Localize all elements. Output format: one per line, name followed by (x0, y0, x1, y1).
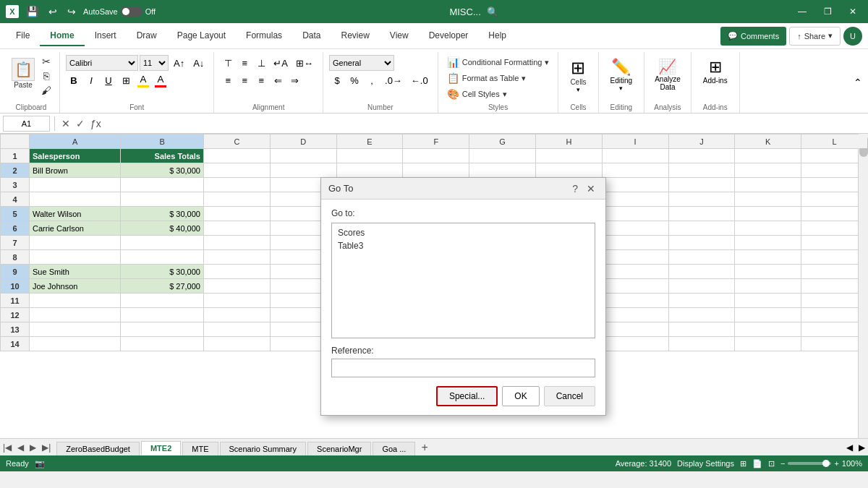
tab-file[interactable]: File (6, 26, 40, 46)
cell[interactable] (668, 279, 735, 294)
cell-styles-button[interactable]: 🎨 Cell Styles ▾ (444, 87, 553, 101)
maximize-btn[interactable]: ❐ (818, 4, 838, 20)
tab-data[interactable]: Data (292, 26, 331, 46)
insert-function-btn[interactable]: ƒx (88, 118, 103, 129)
cell[interactable]: $ 40,000 (121, 221, 204, 236)
col-header-i[interactable]: I (602, 134, 668, 149)
cell[interactable] (668, 265, 735, 279)
cell[interactable] (735, 337, 801, 351)
col-header-g[interactable]: G (469, 134, 536, 149)
cell[interactable] (203, 207, 270, 221)
sheet-tab[interactable]: ScenarioMgr (307, 442, 371, 455)
cell[interactable] (336, 149, 403, 163)
ribbon-collapse[interactable]: ⌃ (851, 52, 865, 113)
paste-button[interactable]: 📋 Paste (9, 55, 38, 92)
cell[interactable] (30, 192, 121, 207)
comments-button[interactable]: 💬 Comments (720, 27, 786, 46)
row-number[interactable]: 5 (1, 207, 30, 221)
cell[interactable] (602, 294, 668, 308)
listbox-item[interactable]: Scores (335, 226, 592, 239)
sheet-tab[interactable]: MTE2 (141, 441, 181, 455)
cell[interactable] (668, 250, 735, 265)
row-number[interactable]: 10 (1, 279, 30, 294)
cell[interactable]: Salesperson (30, 149, 121, 163)
cell[interactable] (602, 149, 668, 163)
cell[interactable] (668, 337, 735, 351)
cell[interactable]: Sales Totals (121, 149, 204, 163)
cell[interactable] (735, 236, 801, 250)
col-header-j[interactable]: J (668, 134, 735, 149)
cell[interactable]: Joe Johnson (30, 279, 121, 294)
cell[interactable] (668, 178, 735, 192)
qs-undo-btn[interactable]: ↩ (46, 4, 60, 19)
go-to-listbox[interactable]: ScoresTable3 (331, 223, 595, 338)
cell[interactable]: $ 30,000 (121, 265, 204, 279)
cell[interactable] (602, 265, 668, 279)
cell[interactable] (602, 178, 668, 192)
cell[interactable] (30, 308, 121, 322)
cell[interactable] (735, 149, 801, 163)
tab-help[interactable]: Help (478, 26, 516, 46)
col-header-c[interactable]: C (203, 134, 270, 149)
cell[interactable] (203, 178, 270, 192)
col-header-l[interactable]: L (801, 134, 868, 149)
collapse-ribbon-btn[interactable]: ⌃ (854, 77, 862, 88)
align-top-btn[interactable]: ⊤ (220, 55, 236, 71)
cell[interactable] (203, 192, 270, 207)
display-settings[interactable]: Display Settings (677, 459, 734, 468)
cell[interactable] (270, 149, 336, 163)
zoom-plus-icon[interactable]: + (834, 459, 838, 468)
cell[interactable] (203, 337, 270, 351)
cell[interactable] (30, 294, 121, 308)
cell[interactable] (668, 163, 735, 178)
row-number[interactable]: 3 (1, 178, 30, 192)
formula-input[interactable]: Salesperson (106, 116, 865, 132)
profile-button[interactable]: U (843, 27, 862, 46)
align-left-btn[interactable]: ≡ (220, 72, 236, 88)
last-sheet-btn[interactable]: ▶| (39, 441, 54, 454)
italic-button[interactable]: I (83, 73, 99, 89)
cancel-button[interactable]: Cancel (544, 386, 595, 406)
cell[interactable] (735, 221, 801, 236)
row-number[interactable]: 12 (1, 308, 30, 322)
cell[interactable] (602, 250, 668, 265)
cell[interactable]: $ 30,000 (121, 163, 204, 178)
cell[interactable] (203, 265, 270, 279)
cell[interactable] (535, 163, 602, 178)
cell[interactable] (735, 308, 801, 322)
confirm-formula-btn[interactable]: ✓ (74, 118, 87, 129)
vertical-scrollbar[interactable] (858, 134, 868, 438)
row-number[interactable]: 9 (1, 265, 30, 279)
cell[interactable] (203, 221, 270, 236)
cell[interactable] (602, 236, 668, 250)
col-header-d[interactable]: D (270, 134, 336, 149)
share-button[interactable]: ↑ Share ▾ (789, 27, 841, 46)
align-bottom-btn[interactable]: ⊥ (253, 55, 269, 71)
decrease-font-btn[interactable]: A↓ (190, 55, 208, 71)
sheet-tab[interactable]: ZeroBasedBudget (56, 442, 140, 455)
cell[interactable] (535, 149, 602, 163)
cell[interactable] (602, 207, 668, 221)
add-ins-button[interactable]: ⊞ Add-ins (697, 55, 733, 87)
sheet-scroll-left-btn[interactable]: ◀ (843, 441, 856, 454)
font-color-button[interactable]: A (153, 72, 169, 89)
special-button[interactable]: Special... (436, 386, 498, 406)
analyze-data-button[interactable]: 📈 Analyze Data (650, 55, 685, 94)
editing-button[interactable]: ✏️ Editing ▾ (605, 55, 639, 95)
tab-page-layout[interactable]: Page Layout (167, 26, 236, 46)
zoom-minus-icon[interactable]: − (780, 459, 785, 468)
tab-review[interactable]: Review (331, 26, 379, 46)
cell[interactable] (203, 308, 270, 322)
cell[interactable] (121, 294, 204, 308)
increase-indent-btn[interactable]: ⇒ (286, 72, 302, 88)
cell[interactable] (270, 163, 336, 178)
col-header-f[interactable]: F (403, 134, 469, 149)
cell[interactable] (668, 207, 735, 221)
copy-button[interactable]: ⎘ (39, 69, 54, 82)
increase-decimal-btn[interactable]: ←.0 (407, 72, 432, 88)
increase-font-btn[interactable]: A↑ (170, 55, 188, 71)
tab-home[interactable]: Home (40, 26, 84, 46)
reference-input[interactable] (331, 359, 595, 377)
listbox-item[interactable]: Table3 (335, 239, 592, 252)
cell[interactable] (121, 178, 204, 192)
